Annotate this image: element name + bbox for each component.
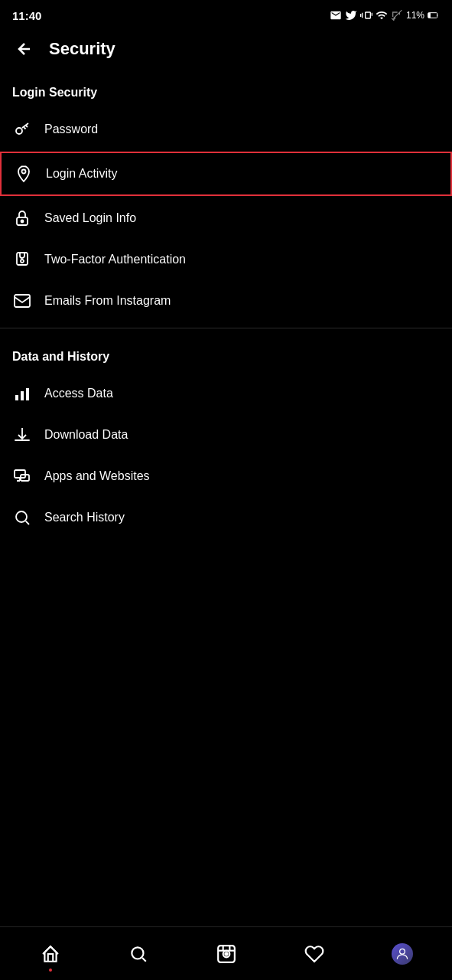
nav-heart[interactable] [295,935,333,973]
login-activity-label: Login Activity [46,167,117,181]
data-history-header: Data and History [0,335,452,373]
battery-text: 11% [406,10,424,21]
svg-point-7 [21,260,24,263]
svg-rect-8 [15,295,30,307]
password-label: Password [44,122,98,136]
location-icon [14,164,34,184]
wifi-icon [376,9,388,21]
access-data-item[interactable]: Access Data [0,373,452,414]
back-button[interactable] [12,37,37,61]
svg-rect-9 [15,395,18,400]
page-title: Security [49,39,115,59]
two-factor-label: Two-Factor Authentication [44,253,186,266]
bottom-nav [0,926,452,980]
download-data-item[interactable]: Download Data [0,414,452,456]
reels-icon [216,944,236,964]
status-bar: 11:40 11% [0,0,452,28]
search-icon [12,508,32,528]
apps-websites-item[interactable]: Apps and Websites [0,456,452,497]
section-divider [0,328,452,328]
svg-point-18 [225,952,227,955]
search-history-item[interactable]: Search History [0,497,452,538]
saved-login-label: Saved Login Info [44,211,136,225]
mail-icon [12,291,32,311]
emails-item[interactable]: Emails From Instagram [0,280,452,322]
svg-rect-11 [26,388,29,400]
heart-icon [304,944,324,964]
avatar [392,943,413,965]
monitor-icon [12,466,32,486]
home-icon [41,944,60,964]
svg-point-2 [16,128,22,134]
signal-off-icon [391,9,403,21]
shield-icon [12,250,32,270]
twitter-icon [345,9,357,21]
apps-websites-label: Apps and Websites [44,469,150,483]
vibrate-icon [360,9,372,21]
status-time: 11:40 [12,9,41,22]
gmail-icon [330,9,342,21]
bar-chart-icon [12,384,32,403]
nav-profile[interactable] [383,935,421,973]
svg-rect-12 [15,470,25,478]
nav-search-icon [128,944,148,964]
download-data-label: Download Data [44,428,128,442]
svg-point-5 [21,220,24,223]
svg-rect-10 [21,391,24,400]
download-icon [12,425,32,445]
nav-search[interactable] [119,935,158,973]
search-history-label: Search History [44,511,125,524]
svg-point-15 [132,947,143,959]
key-icon [12,119,32,139]
status-icons: 11% [330,9,440,21]
nav-reels[interactable] [207,935,246,973]
saved-login-item[interactable]: Saved Login Info [0,198,452,239]
lock-icon [12,208,32,228]
battery-icon [428,9,440,21]
password-item[interactable]: Password [0,109,452,150]
login-activity-item[interactable]: Login Activity [0,152,452,196]
nav-home[interactable] [31,935,70,973]
svg-point-3 [22,170,26,174]
access-data-label: Access Data [44,387,113,400]
svg-point-14 [16,511,27,522]
two-factor-item[interactable]: Two-Factor Authentication [0,239,452,280]
svg-point-22 [399,949,405,954]
header: Security [0,28,452,70]
login-security-header: Login Security [0,70,452,109]
emails-label: Emails From Instagram [44,294,171,308]
svg-rect-1 [428,13,430,17]
